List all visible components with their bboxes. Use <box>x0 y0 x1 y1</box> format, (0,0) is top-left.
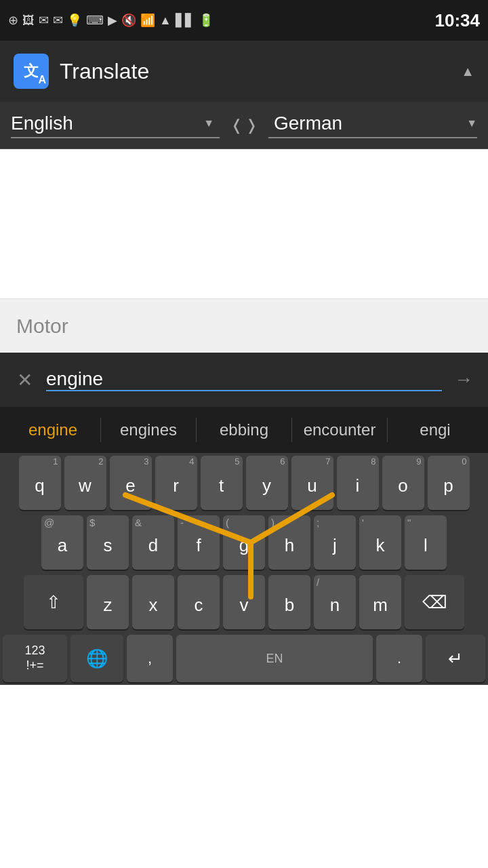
shift-icon: ⇧ <box>46 592 61 613</box>
signal-icon: 📶 <box>140 13 155 28</box>
key-i[interactable]: 8 i <box>337 456 379 510</box>
email-icon: ✉ <box>39 13 49 28</box>
key-l[interactable]: " l <box>405 515 447 570</box>
keyboard-row-3: ⇧ z x c v b / n m <box>0 572 488 632</box>
go-button[interactable]: → <box>450 369 477 391</box>
key-x[interactable]: x <box>132 575 174 629</box>
key-shift[interactable]: ⇧ <box>24 575 83 629</box>
key-enter[interactable]: ↵ <box>426 635 485 682</box>
app-icon: 文A <box>14 54 49 89</box>
swap-left-icon: ❬ <box>230 117 243 134</box>
status-icons-left: ⊕ 🖼 ✉ ✉ 💡 ⌨ ▶ 🔇 📶 ▲ ▋▋ 🔋 <box>8 13 214 28</box>
wifi-icon: ▲ <box>159 14 171 28</box>
translation-input[interactable] <box>46 368 442 390</box>
emoji-icon: 🌐 <box>86 648 108 669</box>
key-m[interactable]: m <box>359 575 401 629</box>
key-period[interactable]: . <box>376 635 422 682</box>
key-d[interactable]: & d <box>132 515 174 570</box>
email2-icon: ✉ <box>53 13 63 28</box>
keyboard-row-1: 1 q 2 w 3 e 4 r 5 t 6 y <box>0 453 488 513</box>
key-v[interactable]: v <box>223 575 265 629</box>
mute-icon: 🔇 <box>121 13 136 28</box>
source-language-selector[interactable]: English ▼ <box>11 113 220 138</box>
autocomplete-item-2[interactable]: ebbing <box>197 415 291 445</box>
key-numbers[interactable]: 123!+= <box>3 635 67 682</box>
key-w[interactable]: 2 w <box>64 456 106 510</box>
key-u[interactable]: 7 u <box>291 456 333 510</box>
key-b[interactable]: b <box>268 575 310 629</box>
key-n[interactable]: / n <box>314 575 356 629</box>
image-icon: 🖼 <box>22 14 35 28</box>
keyboard-row-2: @ a $ s & d - f ( g ) h <box>0 513 488 572</box>
key-j[interactable]: ; j <box>314 515 356 570</box>
key-o[interactable]: 9 o <box>382 456 424 510</box>
key-c[interactable]: c <box>178 575 220 629</box>
target-dropdown-icon: ▼ <box>466 117 477 130</box>
key-emoji[interactable]: 🌐 <box>70 635 123 682</box>
keyboard-row-4: 123!+= 🌐 , EN . ↵ <box>0 632 488 685</box>
key-p[interactable]: 0 p <box>428 456 470 510</box>
add-icon: ⊕ <box>8 13 18 28</box>
key-k[interactable]: ' k <box>359 515 401 570</box>
keyboard-wrapper: engine engines ebbing encounter engi 1 q… <box>0 407 488 685</box>
app-bar: 文A Translate ▲ <box>0 41 488 102</box>
key-s[interactable]: $ s <box>87 515 129 570</box>
status-time: 10:34 <box>435 10 481 31</box>
key-f[interactable]: - f <box>178 515 220 570</box>
key-g[interactable]: ( g <box>223 515 265 570</box>
source-text-area[interactable] <box>0 149 488 298</box>
language-swap-button[interactable]: ❬ ❭ <box>220 117 268 134</box>
lang-bar: English ▼ ❬ ❭ German ▼ <box>0 102 488 149</box>
autocomplete-item-3[interactable]: encounter <box>292 415 387 445</box>
backspace-icon: ⌫ <box>422 592 447 613</box>
key-h[interactable]: ) h <box>268 515 310 570</box>
enter-icon: ↵ <box>448 648 463 669</box>
target-language-selector[interactable]: German ▼ <box>268 113 477 138</box>
clear-button[interactable]: ✕ <box>11 369 38 391</box>
input-bar: ✕ → <box>0 353 488 407</box>
key-comma[interactable]: , <box>127 635 173 682</box>
key-q[interactable]: 1 q <box>19 456 61 510</box>
battery-icon: 🔋 <box>199 13 214 28</box>
source-language-label: English <box>11 113 73 134</box>
key-r[interactable]: 4 r <box>155 456 197 510</box>
translation-area: Motor <box>0 149 488 353</box>
play-icon: ▶ <box>108 13 117 28</box>
translation-result-bar: Motor <box>0 298 488 353</box>
key-y[interactable]: 6 y <box>246 456 288 510</box>
lightbulb-icon: 💡 <box>67 13 82 28</box>
bars-icon: ▋▋ <box>176 13 195 28</box>
dropdown-arrow-icon[interactable]: ▲ <box>461 64 474 79</box>
app-title: Translate <box>60 59 149 84</box>
key-a[interactable]: @ a <box>41 515 83 570</box>
keyboard: 1 q 2 w 3 e 4 r 5 t 6 y <box>0 453 488 685</box>
target-language-label: German <box>274 113 342 134</box>
status-bar: ⊕ 🖼 ✉ ✉ 💡 ⌨ ▶ 🔇 📶 ▲ ▋▋ 🔋 10:34 <box>0 0 488 41</box>
autocomplete-item-0[interactable]: engine <box>5 415 100 445</box>
key-t[interactable]: 5 t <box>201 456 243 510</box>
translation-result-text: Motor <box>16 315 68 338</box>
swap-right-icon: ❭ <box>245 117 258 134</box>
key-backspace[interactable]: ⌫ <box>405 575 464 629</box>
keyboard-icon: ⌨ <box>86 13 104 28</box>
key-e[interactable]: 3 e <box>110 456 152 510</box>
autocomplete-item-1[interactable]: engines <box>101 415 196 445</box>
autocomplete-bar: engine engines ebbing encounter engi <box>0 407 488 453</box>
input-field-wrapper <box>46 368 442 391</box>
autocomplete-item-4[interactable]: engi <box>388 415 483 445</box>
key-space[interactable]: EN <box>176 635 373 682</box>
key-z[interactable]: z <box>87 575 129 629</box>
source-dropdown-icon: ▼ <box>203 117 214 130</box>
